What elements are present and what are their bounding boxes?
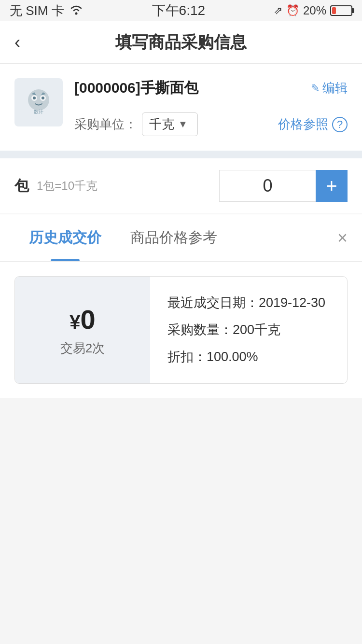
- plus-icon: +: [326, 175, 337, 197]
- wifi-icon: [69, 3, 84, 18]
- section-divider: [0, 151, 362, 158]
- quantity-row: 包 1包=10千克 0 +: [0, 158, 362, 213]
- purchase-unit-row: 采购单位： 千克 ▼ 价格参照 ?: [74, 112, 348, 136]
- tab1-label: 历史成交价: [29, 229, 101, 245]
- svg-point-4: [33, 97, 36, 99]
- quantity-row-detail: 采购数量：200千克: [167, 321, 330, 339]
- currency-symbol: ¥: [70, 311, 80, 333]
- date-value: 2019-12-30: [259, 295, 325, 310]
- quantity-unit-info: 包 1包=10千克: [14, 176, 97, 196]
- tab-panel: 历史成交价 商品价格参考 × ¥0 交易2次 最近成交日期：2019-12-30: [0, 214, 362, 398]
- history-left: ¥0 交易2次: [15, 277, 150, 383]
- alarm-icon: ⏰: [286, 4, 299, 17]
- product-image-icon: 数计: [22, 85, 56, 119]
- tab-history-price[interactable]: 历史成交价: [14, 214, 116, 261]
- svg-point-5: [42, 97, 44, 99]
- unit-selector-group: 采购单位： 千克 ▼: [74, 112, 198, 136]
- quantity-control: 0 +: [219, 170, 348, 202]
- battery-percent: 20%: [303, 4, 326, 17]
- tab-price-reference[interactable]: 商品价格参考: [116, 214, 232, 261]
- price-ref-label: 价格参照: [278, 116, 328, 133]
- package-unit-icon: 包: [14, 176, 29, 196]
- edit-icon: ✎: [311, 82, 320, 95]
- unit-label: 采购单位：: [74, 116, 137, 133]
- location-icon: ⇗: [274, 4, 282, 17]
- quantity-detail-label: 采购数量：: [167, 322, 233, 337]
- battery-fill: [332, 7, 336, 14]
- quantity-detail-value: 200千克: [233, 322, 280, 337]
- svg-point-0: [75, 12, 77, 14]
- product-name-row: [0000006]手撕面包 ✎ 编辑: [74, 78, 348, 98]
- svg-point-1: [28, 89, 49, 111]
- date-row: 最近成交日期：2019-12-30: [167, 294, 330, 312]
- back-button[interactable]: ‹: [14, 32, 20, 53]
- unit-conversion: 1包=10千克: [37, 178, 97, 194]
- edit-label: 编辑: [322, 80, 348, 97]
- quantity-value: 0: [263, 176, 272, 196]
- quantity-plus-button[interactable]: +: [316, 170, 348, 202]
- discount-row: 折扣：100.00%: [167, 348, 330, 366]
- product-name: [0000006]手撕面包: [74, 78, 198, 98]
- quantity-input[interactable]: 0: [219, 170, 316, 202]
- nav-bar: ‹ 填写商品采购信息: [0, 21, 362, 64]
- edit-button[interactable]: ✎ 编辑: [311, 80, 348, 97]
- discount-label: 折扣：: [167, 350, 207, 364]
- svg-text:数计: 数计: [34, 109, 43, 114]
- trade-count: 交易2次: [60, 340, 105, 357]
- status-right: ⇗ ⏰ 20%: [274, 4, 352, 17]
- product-details: [0000006]手撕面包 ✎ 编辑 采购单位： 千克 ▼ 价格参照: [74, 78, 348, 136]
- history-price: ¥0: [70, 304, 95, 335]
- status-left: 无 SIM 卡: [10, 2, 84, 19]
- tab-content: ¥0 交易2次 最近成交日期：2019-12-30 采购数量：200千克 折扣：…: [0, 262, 362, 398]
- unit-select[interactable]: 千克 ▼: [142, 112, 198, 136]
- status-bar: 无 SIM 卡 下午6:12 ⇗ ⏰ 20%: [0, 0, 362, 21]
- unit-value: 千克: [149, 116, 174, 133]
- main-content: 数计 [0000006]手撕面包 ✎ 编辑 采购单位： 千克 ▼: [0, 64, 362, 644]
- price-value: 0: [81, 304, 96, 335]
- product-card: 数计 [0000006]手撕面包 ✎ 编辑 采购单位： 千克 ▼: [0, 64, 362, 151]
- history-card: ¥0 交易2次 最近成交日期：2019-12-30 采购数量：200千克 折扣：…: [14, 276, 348, 384]
- date-label: 最近成交日期：: [167, 295, 259, 310]
- unit-dropdown-arrow: ▼: [178, 119, 188, 130]
- price-reference-button[interactable]: 价格参照 ?: [278, 116, 348, 133]
- discount-value: 100.00%: [207, 350, 258, 364]
- help-icon: ?: [332, 117, 348, 132]
- carrier-text: 无 SIM 卡: [10, 2, 64, 19]
- tab-close-button[interactable]: ×: [337, 228, 348, 248]
- page-title: 填写商品采购信息: [115, 31, 247, 54]
- battery-icon: [330, 5, 352, 16]
- history-right: 最近成交日期：2019-12-30 采购数量：200千克 折扣：100.00%: [150, 277, 347, 383]
- tab-header: 历史成交价 商品价格参考 ×: [0, 214, 362, 262]
- product-thumbnail: 数计: [14, 78, 63, 126]
- tab2-label: 商品价格参考: [130, 229, 217, 245]
- status-time: 下午6:12: [152, 1, 206, 20]
